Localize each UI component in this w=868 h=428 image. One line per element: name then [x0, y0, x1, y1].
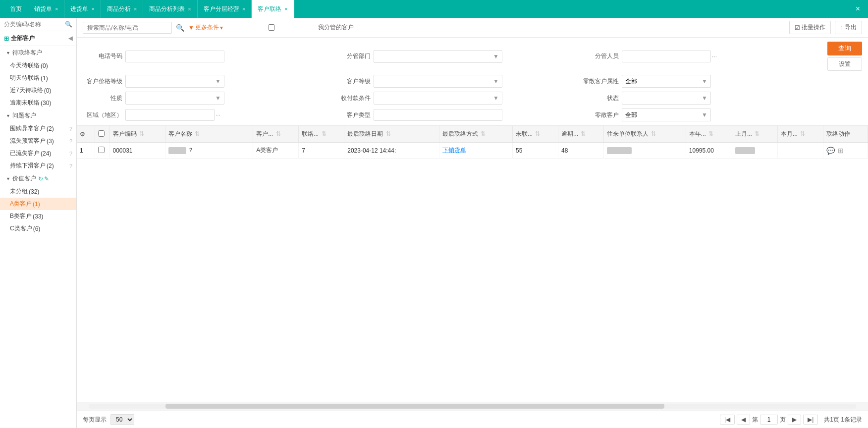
sidebar-item-declining[interactable]: 持续下滑客户 (2) ? [0, 160, 76, 172]
close-product-analysis-list[interactable]: × [188, 6, 191, 12]
tab-home[interactable]: 首页 [4, 0, 28, 18]
manager-input[interactable] [622, 51, 711, 62]
help-icon-4[interactable]: ? [69, 163, 72, 169]
refresh-icon[interactable]: ↻ [38, 175, 43, 182]
prev-page-button[interactable]: ◀ [737, 415, 750, 425]
sidebar-item-class-c[interactable]: C类客户 (6) [0, 222, 76, 235]
col-customer-type[interactable]: 客户... ⇅ [253, 126, 299, 143]
col-this-month[interactable]: 本月... ⇅ [777, 126, 823, 143]
batch-icon: ☑ [795, 24, 800, 31]
settings-icon[interactable]: ⚙ [80, 131, 85, 138]
sidebar-item-churn-warning[interactable]: 流失预警客户 (3) ? [0, 135, 76, 147]
status-dropdown-icon: ▼ [702, 95, 707, 102]
all-customers-header[interactable]: ⊞ 全部客户 ◀ [0, 31, 76, 46]
my-customers-checkbox[interactable] [227, 24, 316, 31]
help-icon-1[interactable]: ? [69, 126, 72, 132]
sidebar-item-overdue-contact[interactable]: 逾期未联络 (30) [0, 97, 76, 109]
my-customers-checkbox-label[interactable]: 我分管的客户 [227, 23, 354, 32]
sidebar-item-unclassified[interactable]: 未分组 (32) [0, 185, 76, 198]
department-select[interactable]: ▼ [374, 50, 502, 63]
col-customer-code[interactable]: 客户编码 ⇅ [109, 126, 165, 143]
col-last-month[interactable]: 上月... ⇅ [732, 126, 777, 143]
group-value-customers[interactable]: ▼ 价值客户 ↻ ✎ [0, 172, 76, 185]
horizontal-scrollbar[interactable] [89, 404, 856, 409]
last-page-button[interactable]: ▶| [803, 415, 818, 425]
page-number-input[interactable] [760, 415, 778, 425]
close-product-analysis[interactable]: × [134, 6, 137, 12]
sort-icon-overdue: ⇅ [581, 130, 586, 137]
nature-select[interactable]: ▼ [125, 92, 224, 105]
customer-level-select[interactable]: ▼ [374, 75, 502, 88]
col-uncontacted[interactable]: 未联... ⇅ [513, 126, 558, 143]
export-icon: ↑ [840, 24, 843, 31]
sidebar-item-churned[interactable]: 已流失客户 (24) ? [0, 147, 76, 160]
batch-operation-button[interactable]: ☑ 批量操作 [789, 21, 831, 34]
page-size-select[interactable]: 50 [110, 414, 134, 425]
close-customer-segmentation[interactable]: × [242, 6, 245, 12]
col-overdue[interactable]: 逾期... ⇅ [558, 126, 604, 143]
help-icon-2[interactable]: ? [69, 138, 72, 144]
phone-input[interactable] [125, 51, 224, 62]
sidebar-item-tomorrow-pending[interactable]: 明天待联络 (1) [0, 72, 76, 84]
row-checkbox[interactable] [98, 147, 105, 153]
tab-product-analysis[interactable]: 商品分析 × [101, 0, 143, 18]
contact-method-link[interactable]: 下销货单 [442, 147, 466, 154]
status-select[interactable]: ▼ [622, 92, 711, 105]
col-contacts-person[interactable]: 往来单位联系人 ⇅ [604, 126, 686, 143]
col-contact-count[interactable]: 联络... ⇅ [299, 126, 344, 143]
export-button[interactable]: ↑ 导出 [835, 21, 862, 34]
edit-icon[interactable]: ✎ [44, 175, 49, 182]
sidebar: 🔍 ⊞ 全部客户 ◀ ▼ 待联络客户 今天待联络 (0) 明天待联络 (1) 近… [0, 18, 77, 428]
price-level-select[interactable]: ▼ [125, 75, 224, 88]
sidebar-search-icon[interactable]: 🔍 [65, 21, 72, 28]
setting-button[interactable]: 设置 [827, 57, 862, 71]
group-problem-customers[interactable]: ▼ 问题客户 [0, 109, 76, 122]
group-pending-contact[interactable]: ▼ 待联络客户 [0, 46, 76, 59]
sidebar-item-class-a[interactable]: A类客户 (1) [0, 198, 76, 210]
help-icon-3[interactable]: ? [69, 151, 72, 157]
tab-sales-order[interactable]: 销货单 × [28, 0, 64, 18]
more-conditions-btn[interactable]: ▼ 更多条件 ▾ [188, 23, 223, 32]
tab-product-analysis-list[interactable]: 商品分析列表 × [143, 0, 197, 18]
tab-customer-contact[interactable]: 客户联络 × [252, 0, 294, 18]
tab-purchase-order[interactable]: 进货单 × [64, 0, 101, 18]
close-sales-order[interactable]: × [55, 6, 58, 12]
qr-action-icon[interactable]: ⊞ [838, 147, 844, 155]
app-close-button[interactable]: × [852, 4, 864, 13]
close-customer-contact[interactable]: × [284, 6, 287, 12]
filter-customer-type: 客户类型 [331, 109, 575, 121]
customer-type-input[interactable] [374, 109, 502, 121]
col-customer-name[interactable]: 客户名称 ⇅ [165, 126, 253, 143]
row-last-contact-method: 下销货单 [439, 143, 513, 159]
next-page-button[interactable]: ▶ [788, 415, 801, 425]
search-icon[interactable]: 🔍 [176, 24, 184, 32]
row-checkbox-cell [95, 143, 109, 159]
close-purchase-order[interactable]: × [91, 6, 94, 12]
query-button[interactable]: 查询 [827, 42, 862, 55]
region-input[interactable] [125, 109, 215, 121]
col-this-year[interactable]: 本年... ⇅ [686, 126, 732, 143]
region-dots-button[interactable]: ··· [216, 111, 220, 118]
tab-customer-segmentation[interactable]: 客户分层经营 × [198, 0, 252, 18]
col-last-contact-method[interactable]: 最后联络方式 ⇅ [439, 126, 513, 143]
manager-dots-button[interactable]: ··· [712, 53, 717, 60]
sidebar-item-hoarding-abnormal[interactable]: 囤购异常客户 (2) ? [0, 122, 76, 135]
first-page-button[interactable]: |◀ [720, 415, 735, 425]
retail-customer-select[interactable]: 全部 ▼ [622, 108, 711, 121]
search-input[interactable] [83, 22, 172, 34]
sidebar-item-7days-pending[interactable]: 近7天待联络 (0) [0, 84, 76, 97]
col-settings[interactable]: ⚙ [77, 126, 95, 143]
sidebar-search-input[interactable] [4, 21, 65, 28]
grid-icon: ⊞ [4, 35, 9, 42]
triangle-icon-2: ▼ [6, 113, 10, 118]
col-last-contact-date[interactable]: 最后联络日期 ⇅ [344, 126, 439, 143]
sidebar-item-today-pending[interactable]: 今天待联络 (0) [0, 59, 76, 72]
select-all-checkbox[interactable] [98, 130, 105, 137]
retail-attr-select[interactable]: 全部 ▼ [622, 75, 711, 88]
filter-price-level: 客户价格等级 ▼ [83, 75, 327, 88]
message-action-icon[interactable]: 💬 [826, 147, 835, 155]
filter-row-2: 客户价格等级 ▼ 客户等级 ▼ 零散客户属性 全部 [83, 75, 862, 88]
sidebar-item-class-b[interactable]: B类客户 (33) [0, 210, 76, 222]
row-overdue: 48 [558, 143, 604, 159]
payment-select[interactable]: ▼ [374, 92, 502, 105]
